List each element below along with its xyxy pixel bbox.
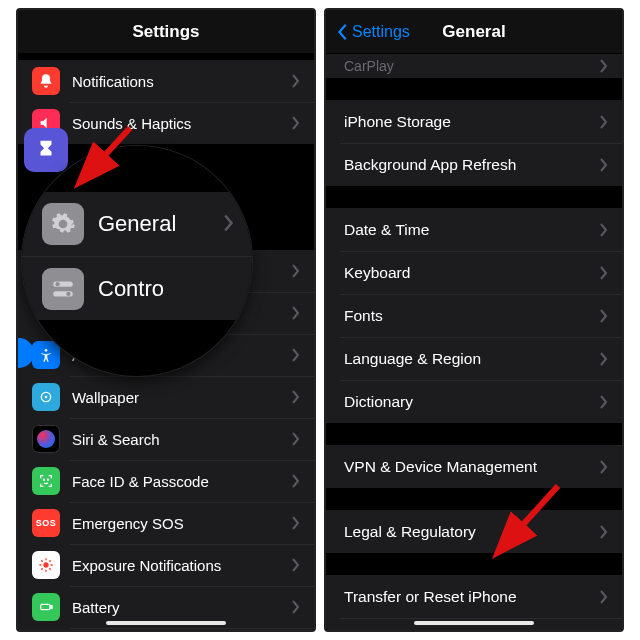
home-indicator[interactable] — [414, 621, 534, 625]
chevron-right-icon — [292, 306, 300, 320]
battery-icon — [32, 593, 60, 621]
annotation-arrow — [70, 120, 150, 203]
zoom-label-control: Contro — [98, 276, 164, 302]
toggles-icon — [42, 268, 84, 310]
home-indicator[interactable] — [106, 621, 226, 625]
phone-right: Settings General CarPlay iPhone Storage … — [324, 8, 624, 632]
svg-line-12 — [41, 568, 42, 569]
chevron-right-icon — [292, 390, 300, 404]
siri-icon — [32, 425, 60, 453]
svg-rect-15 — [51, 606, 52, 609]
row-storage[interactable]: iPhone Storage — [326, 100, 622, 143]
row-exposure[interactable]: Exposure Notifications — [18, 544, 314, 586]
svg-rect-14 — [41, 604, 50, 609]
row-bgrefresh[interactable]: Background App Refresh — [326, 143, 622, 186]
nav-bar: Settings General — [326, 10, 622, 54]
row-label: Language & Region — [344, 350, 600, 368]
chevron-right-icon — [600, 309, 608, 323]
svg-point-19 — [66, 291, 70, 295]
sos-icon: SOS — [32, 509, 60, 537]
svg-point-5 — [43, 562, 48, 567]
row-label: Transfer or Reset iPhone — [344, 588, 600, 606]
row-dictionary[interactable]: Dictionary — [326, 380, 622, 423]
chevron-right-icon — [292, 116, 300, 130]
row-sos[interactable]: SOS Emergency SOS — [18, 502, 314, 544]
chevron-right-icon — [292, 432, 300, 446]
row-label: Background App Refresh — [344, 156, 600, 174]
row-privacy[interactable]: Privacy & Security — [18, 628, 314, 630]
chevron-right-icon — [600, 223, 608, 237]
row-datetime[interactable]: Date & Time — [326, 208, 622, 251]
phone-left: Settings Notifications Sounds & Haptics — [16, 8, 316, 632]
chevron-right-icon — [600, 460, 608, 474]
row-label: Siri & Search — [72, 431, 292, 448]
row-notifications[interactable]: Notifications — [18, 60, 314, 102]
row-label: Face ID & Passcode — [72, 473, 292, 490]
svg-point-18 — [55, 281, 59, 285]
page-title: Settings — [132, 22, 199, 42]
faceid-icon — [32, 467, 60, 495]
nav-bar: Settings — [18, 10, 314, 54]
chevron-right-icon — [600, 525, 608, 539]
bell-icon — [32, 67, 60, 95]
svg-line-11 — [49, 568, 50, 569]
page-title: General — [442, 22, 505, 42]
chevron-right-icon — [224, 214, 234, 235]
row-label: Emergency SOS — [72, 515, 292, 532]
chevron-right-icon — [600, 352, 608, 366]
chevron-right-icon — [600, 590, 608, 604]
chevron-right-icon — [292, 600, 300, 614]
svg-point-4 — [47, 479, 48, 480]
svg-line-13 — [49, 560, 50, 561]
chevron-right-icon — [292, 516, 300, 530]
accessibility-icon — [32, 341, 60, 369]
row-label: Keyboard — [344, 264, 600, 282]
chevron-right-icon — [292, 74, 300, 88]
chevron-right-icon — [292, 348, 300, 362]
svg-point-2 — [45, 396, 48, 399]
chevron-right-icon — [292, 474, 300, 488]
back-label: Settings — [352, 23, 410, 41]
chevron-right-icon — [600, 395, 608, 409]
chevron-right-icon — [600, 59, 608, 73]
row-label: CarPlay — [344, 58, 600, 74]
svg-point-0 — [45, 349, 48, 352]
row-label: Wallpaper — [72, 389, 292, 406]
svg-line-10 — [41, 560, 42, 561]
row-label: Battery — [72, 599, 292, 616]
row-label: Date & Time — [344, 221, 600, 239]
row-wallpaper[interactable]: Wallpaper — [18, 376, 314, 418]
row-keyboard[interactable]: Keyboard — [326, 251, 622, 294]
back-button[interactable]: Settings — [336, 10, 410, 53]
hourglass-icon — [24, 128, 68, 172]
row-transfer[interactable]: Transfer or Reset iPhone — [326, 575, 622, 618]
row-label: VPN & Device Management — [344, 458, 600, 476]
row-carplay[interactable]: CarPlay — [326, 54, 622, 78]
chevron-right-icon — [600, 158, 608, 172]
chevron-right-icon — [600, 115, 608, 129]
row-lang[interactable]: Language & Region — [326, 337, 622, 380]
screenshot-pair: Settings Notifications Sounds & Haptics — [10, 2, 630, 638]
svg-point-3 — [43, 479, 44, 480]
row-faceid[interactable]: Face ID & Passcode — [18, 460, 314, 502]
chevron-right-icon — [600, 266, 608, 280]
annotation-arrow — [488, 478, 578, 571]
row-siri[interactable]: Siri & Search — [18, 418, 314, 460]
row-label: iPhone Storage — [344, 113, 600, 131]
exposure-icon — [32, 551, 60, 579]
row-label: Notifications — [72, 73, 292, 90]
svg-line-21 — [500, 486, 558, 550]
zoom-label-general: General — [98, 211, 176, 237]
zoom-row-control[interactable]: Contro — [22, 256, 252, 320]
gear-icon — [42, 203, 84, 245]
row-label: Exposure Notifications — [72, 557, 292, 574]
svg-line-20 — [82, 128, 130, 180]
wallpaper-icon — [32, 383, 60, 411]
chevron-right-icon — [292, 264, 300, 278]
row-label: Fonts — [344, 307, 600, 325]
row-label: Dictionary — [344, 393, 600, 411]
chevron-right-icon — [292, 558, 300, 572]
row-fonts[interactable]: Fonts — [326, 294, 622, 337]
